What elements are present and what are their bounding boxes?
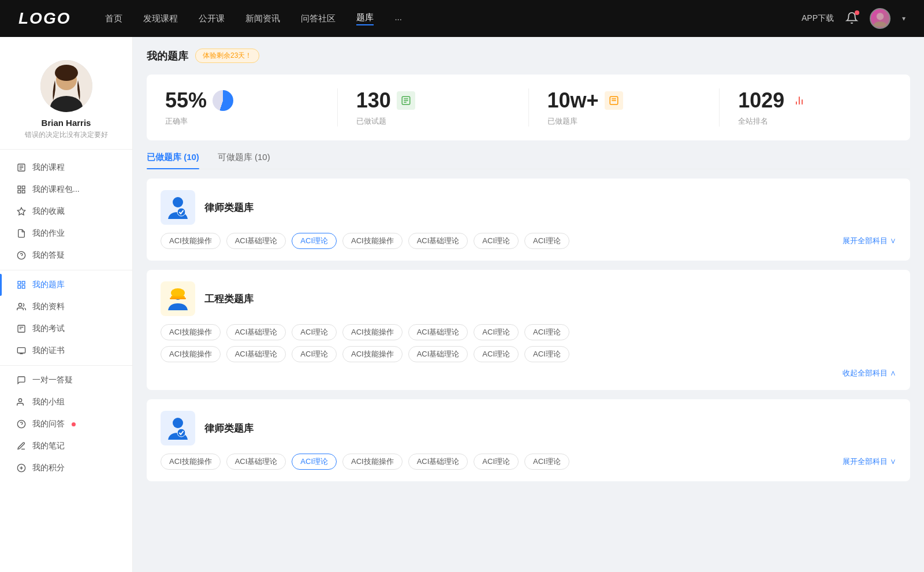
sidebar-item-qbank-label: 我的题库	[32, 280, 65, 290]
chart-icon	[16, 184, 27, 195]
qbank-icon-lawyer-1	[161, 190, 195, 225]
nav-item-news[interactable]: 新闻资讯	[245, 13, 280, 24]
stat-done-banks: 10w+ 已做题库	[529, 88, 720, 127]
svg-marker-13	[17, 207, 25, 215]
question-icon	[16, 250, 27, 261]
tab-done[interactable]: 已做题库 (10)	[147, 152, 199, 169]
sidebar-item-courses[interactable]: 我的课程	[0, 157, 132, 179]
logo[interactable]: LOGO	[18, 9, 70, 28]
tag-item[interactable]: ACI基础理论	[408, 324, 468, 340]
sidebar-menu: 我的课程 我的课程包... 我的收藏	[0, 154, 132, 481]
tag-item[interactable]: ACI技能操作	[161, 454, 221, 470]
svg-rect-9	[18, 186, 21, 189]
sidebar-item-1on1[interactable]: 一对一答疑	[0, 369, 132, 391]
tag-item-active[interactable]: ACI理论	[292, 233, 337, 249]
stat-label-rank: 全站排名	[738, 116, 768, 127]
tag-item[interactable]: ACI技能操作	[161, 324, 221, 340]
tag-item[interactable]: ACI基础理论	[408, 454, 468, 470]
page-title: 我的题库	[147, 49, 188, 63]
tag-item[interactable]: ACI技能操作	[342, 454, 403, 470]
note-icon	[16, 228, 27, 239]
tag-item[interactable]: ACI理论	[524, 233, 569, 249]
notification-bell[interactable]	[845, 12, 858, 26]
stat-value-banks: 10w+	[547, 88, 599, 113]
expand-button-lawyer-2[interactable]: 展开全部科目 ∨	[843, 456, 896, 467]
stat-top-correct: 55%	[165, 88, 233, 113]
sidebar-item-notes[interactable]: 我的笔记	[0, 435, 132, 457]
nav-menu: 首页 发现课程 公开课 新闻资讯 问答社区 题库 ···	[105, 12, 802, 25]
user-avatar[interactable]	[870, 8, 891, 29]
tag-item[interactable]: ACI技能操作	[342, 346, 403, 362]
sidebar-item-my-qa-label: 我的答疑	[32, 250, 65, 261]
navbar: LOGO 首页 发现课程 公开课 新闻资讯 问答社区 题库 ··· APP下载 …	[0, 0, 924, 37]
sidebar-item-my-qa[interactable]: 我的答疑	[0, 244, 132, 266]
nav-item-qa[interactable]: 问答社区	[301, 13, 336, 24]
tab-available[interactable]: 可做题库 (10)	[218, 152, 270, 169]
tabs-row: 已做题库 (10) 可做题库 (10)	[147, 152, 910, 169]
sidebar-item-profile[interactable]: 我的资料	[0, 296, 132, 318]
collapse-button-engineer[interactable]: 收起全部科目 ∧	[843, 368, 896, 378]
tag-item[interactable]: ACI基础理论	[408, 233, 468, 249]
stats-row: 55% 正确率 130 已做试题	[147, 75, 910, 140]
tag-item[interactable]: ACI技能操作	[161, 346, 221, 362]
tag-item[interactable]: ACI技能操作	[342, 233, 403, 249]
tag-item[interactable]: ACI理论	[524, 346, 569, 362]
sidebar-item-qa-posts[interactable]: 我的问答	[0, 413, 132, 435]
user-menu-dropdown[interactable]: ▾	[902, 14, 906, 23]
svg-point-42	[177, 208, 185, 216]
sidebar-item-exam-label: 我的考试	[32, 324, 65, 334]
tag-item[interactable]: ACI理论	[474, 324, 519, 340]
tag-item[interactable]: ACI基础理论	[226, 346, 286, 362]
green-doc-icon	[397, 91, 415, 110]
sidebar-item-homework[interactable]: 我的作业	[0, 222, 132, 244]
nav-item-home[interactable]: 首页	[105, 13, 122, 24]
sidebar-item-courses-label: 我的课程	[32, 162, 65, 173]
tag-item[interactable]: ACI理论	[524, 454, 569, 470]
score-icon	[16, 463, 27, 473]
sidebar-item-1on1-label: 一对一答疑	[32, 375, 73, 385]
tag-item[interactable]: ACI理论	[474, 346, 519, 362]
nav-item-questions[interactable]: 题库	[356, 12, 374, 25]
sidebar-item-points[interactable]: 我的积分	[0, 457, 132, 479]
tag-item[interactable]: ACI理论	[474, 233, 519, 249]
profile-avatar	[40, 60, 92, 112]
nav-item-opencourse[interactable]: 公开课	[199, 13, 225, 24]
tag-item[interactable]: ACI基础理论	[408, 346, 468, 362]
tag-item[interactable]: ACI基础理论	[226, 233, 286, 249]
tag-item-active[interactable]: ACI理论	[292, 454, 337, 470]
cert-icon	[16, 346, 27, 356]
stat-rank: 1029 全站排名	[720, 88, 910, 127]
profile-section: Brian Harris 错误的决定比没有决定要好	[0, 49, 132, 150]
tag-item[interactable]: ACI理论	[292, 346, 337, 362]
qbank-icon-lawyer-2	[161, 411, 195, 445]
stat-top-rank: 1029	[738, 88, 808, 113]
svg-rect-11	[18, 190, 21, 193]
tag-item[interactable]: ACI基础理论	[226, 454, 286, 470]
sidebar-item-favorites[interactable]: 我的收藏	[0, 200, 132, 222]
sidebar-item-qbank[interactable]: 我的题库	[0, 274, 132, 296]
svg-point-20	[18, 303, 21, 306]
sidebar-item-exam[interactable]: 我的考试	[0, 318, 132, 340]
qa-badge-dot	[72, 422, 76, 426]
tag-item[interactable]: ACI理论	[292, 324, 337, 340]
stat-value-done: 130	[356, 88, 391, 113]
tag-item[interactable]: ACI理论	[474, 454, 519, 470]
app-download-button[interactable]: APP下载	[802, 13, 834, 24]
tag-item[interactable]: ACI基础理论	[226, 324, 286, 340]
qbank-title-lawyer-1: 律师类题库	[204, 201, 254, 214]
qbank-title-engineer: 工程类题库	[204, 292, 254, 306]
stat-label-correct: 正确率	[165, 116, 188, 127]
sidebar-item-packages[interactable]: 我的课程包...	[0, 179, 132, 200]
grid-icon	[16, 280, 27, 290]
sidebar-item-packages-label: 我的课程包...	[32, 184, 80, 195]
svg-rect-17	[22, 281, 25, 284]
nav-item-more[interactable]: ···	[394, 14, 402, 24]
sidebar-item-cert[interactable]: 我的证书	[0, 340, 132, 362]
nav-item-discover[interactable]: 发现课程	[143, 13, 178, 24]
tag-item[interactable]: ACI技能操作	[342, 324, 403, 340]
expand-button-lawyer-1[interactable]: 展开全部科目 ∨	[843, 236, 896, 246]
sidebar-item-group[interactable]: 我的小组	[0, 391, 132, 413]
tag-item[interactable]: ACI技能操作	[161, 233, 221, 249]
tag-item[interactable]: ACI理论	[524, 324, 569, 340]
qbank-header-engineer: 工程类题库	[161, 281, 896, 316]
